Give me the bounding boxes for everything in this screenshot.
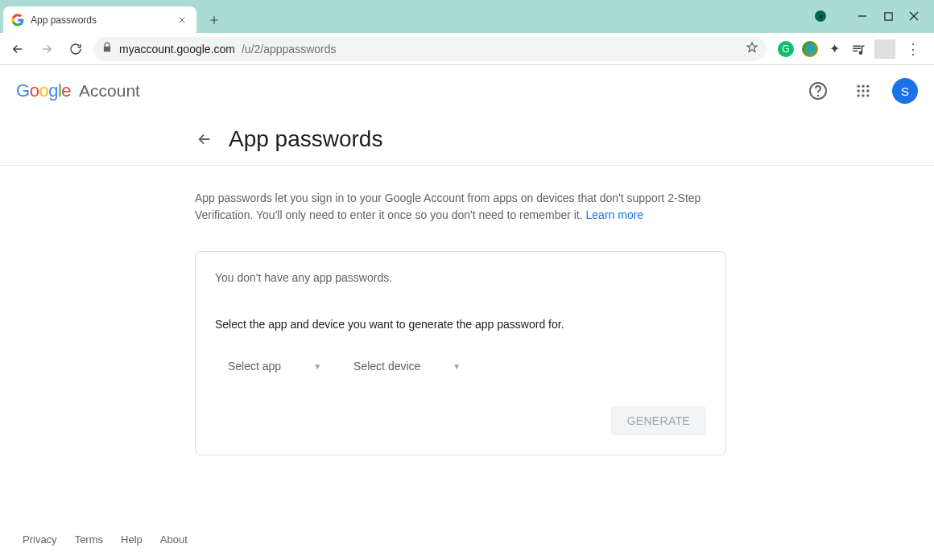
chevron-down-icon: ▼ [313,362,321,371]
nav-back-button[interactable] [6,38,29,60]
new-tab-button[interactable] [203,9,225,31]
no-passwords-text: You don't have any app passwords. [215,271,706,284]
extension-globe-icon[interactable]: 🌐 [802,41,818,57]
window-minimize-icon[interactable] [857,10,868,22]
footer-links: Privacy Terms Help About [23,533,188,546]
page-viewport: Google Account S App passwords App passw… [0,65,934,560]
select-device-label: Select device [353,360,420,373]
back-arrow-icon[interactable] [195,130,214,149]
nav-forward-button [35,38,58,60]
footer-privacy-link[interactable]: Privacy [23,533,57,546]
product-name: Account [79,81,140,101]
apps-grid-icon[interactable] [847,75,879,107]
account-avatar[interactable]: S [892,78,918,104]
generate-button: GENERATE [611,406,706,435]
svg-point-2 [858,85,860,88]
svg-point-7 [866,89,869,92]
svg-point-8 [858,94,860,97]
lock-icon [101,42,113,56]
browser-menu-icon[interactable]: ⋮ [903,40,923,58]
select-app-label: Select app [228,360,281,373]
chevron-down-icon: ▼ [453,362,461,371]
footer-terms-link[interactable]: Terms [75,533,103,546]
browser-toolbar: myaccount.google.com/u/2/apppasswords G … [0,33,934,65]
page-title-row: App passwords [0,117,934,166]
reload-button[interactable] [64,38,87,60]
window-maximize-icon[interactable] [882,10,894,22]
browser-tab-active[interactable]: App passwords [3,6,196,33]
learn-more-link[interactable]: Learn more [586,208,644,221]
svg-point-10 [866,94,869,97]
app-passwords-card: You don't have any app passwords. Select… [195,251,726,455]
svg-rect-0 [884,12,891,19]
tab-close-icon[interactable] [176,14,188,27]
svg-point-6 [862,89,864,92]
extension-music-icon[interactable] [850,41,866,57]
bookmark-star-icon[interactable] [746,41,758,56]
footer-help-link[interactable]: Help [121,533,143,546]
main-content: App passwords let you sign in to your Go… [0,166,725,488]
window-close-icon[interactable] [908,10,920,22]
svg-point-4 [866,85,869,88]
google-favicon [11,14,24,27]
page-title: App passwords [229,126,382,152]
svg-point-3 [862,85,864,88]
address-bar[interactable]: myaccount.google.com/u/2/apppasswords [93,37,767,61]
url-host: myaccount.google.com [119,43,235,56]
window-controls: ▾ [804,0,931,32]
google-header: Google Account S [0,65,934,117]
select-device-dropdown[interactable]: Select device ▼ [353,355,461,377]
extension-grammarly-icon[interactable]: G [778,41,794,57]
extension-badge-icon[interactable]: ▾ [815,10,826,22]
profile-chip[interactable] [874,39,895,59]
extension-icons: G 🌐 ✦ ⋮ [773,39,928,59]
svg-point-9 [862,94,864,97]
extensions-puzzle-icon[interactable]: ✦ [826,41,842,57]
instruction-text: Select the app and device you want to ge… [215,318,706,331]
help-icon[interactable] [802,75,834,107]
tab-title-text: App passwords [31,14,169,26]
url-path: /u/2/apppasswords [242,43,337,56]
select-app-dropdown[interactable]: Select app ▼ [228,355,321,377]
footer-about-link[interactable]: About [160,533,188,546]
page-description: App passwords let you sign in to your Go… [195,190,725,224]
browser-tab-strip: App passwords ▾ [0,0,934,33]
svg-point-5 [858,89,860,92]
selects-row: Select app ▼ Select device ▼ [215,355,706,377]
google-logo[interactable]: Google [16,80,71,101]
